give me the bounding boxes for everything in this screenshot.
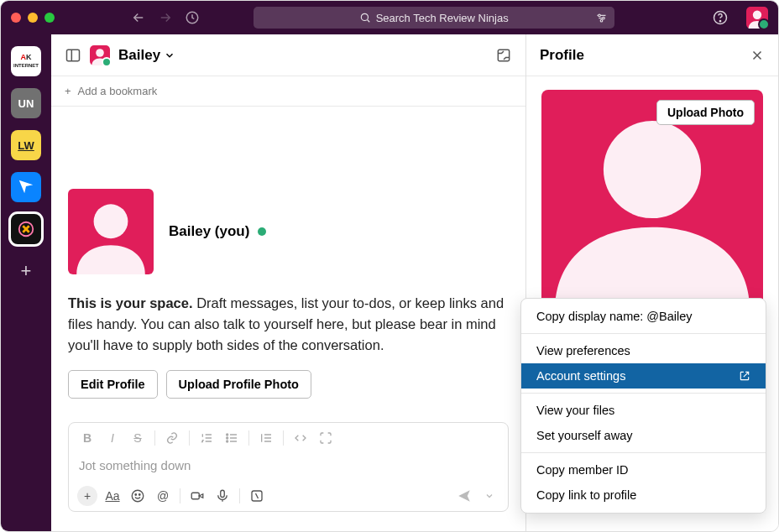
self-space-text: This is your space. Draft messages, list… bbox=[68, 293, 509, 355]
format-toggle-button[interactable]: Aa bbox=[101, 486, 124, 506]
attach-button[interactable]: + bbox=[76, 486, 99, 506]
bullet-list-button[interactable] bbox=[220, 428, 243, 448]
sidebar-toggle-icon[interactable] bbox=[65, 47, 81, 64]
separator bbox=[189, 430, 190, 446]
self-name-row: Bailey (you) bbox=[169, 223, 266, 240]
help-button[interactable] bbox=[709, 7, 731, 29]
menu-account-settings[interactable]: Account settings bbox=[521, 363, 766, 389]
strike-button[interactable]: S bbox=[126, 428, 149, 448]
profile-panel-title: Profile bbox=[540, 47, 584, 64]
minimize-window-button[interactable] bbox=[28, 13, 38, 23]
channel-header: Bailey bbox=[51, 34, 525, 76]
separator bbox=[180, 488, 180, 503]
workspace-item-active[interactable] bbox=[11, 214, 41, 244]
self-avatar bbox=[68, 189, 154, 274]
workspace-rail: AKINTERNET UN LW + bbox=[1, 34, 51, 531]
composer-actions: + Aa @ bbox=[69, 481, 508, 511]
separator bbox=[239, 488, 240, 503]
channel-name-button[interactable]: Bailey bbox=[118, 47, 175, 64]
titlebar: Search Tech Review Ninjas bbox=[1, 1, 778, 34]
menu-separator bbox=[521, 393, 766, 394]
svg-point-16 bbox=[132, 491, 144, 503]
window-controls bbox=[11, 13, 55, 23]
self-profile-row: Bailey (you) bbox=[68, 189, 509, 274]
headphones-icon[interactable] bbox=[495, 47, 512, 64]
link-button[interactable] bbox=[160, 428, 184, 448]
svg-point-2 bbox=[598, 14, 600, 17]
menu-view-preferences[interactable]: View preferences bbox=[521, 338, 766, 363]
history-button[interactable] bbox=[182, 8, 202, 28]
close-panel-button[interactable] bbox=[750, 48, 765, 63]
bold-button[interactable]: B bbox=[76, 428, 99, 448]
svg-point-22 bbox=[604, 121, 701, 218]
app-window: Search Tech Review Ninjas AKINTERNET UN … bbox=[0, 0, 779, 532]
svg-rect-9 bbox=[67, 50, 80, 60]
menu-separator bbox=[521, 333, 766, 334]
shortcut-button[interactable] bbox=[245, 486, 269, 506]
profile-panel-header: Profile bbox=[526, 34, 778, 76]
self-name-label: Bailey (you) bbox=[169, 223, 249, 240]
composer-input[interactable]: Jot something down bbox=[69, 453, 508, 481]
svg-point-15 bbox=[227, 441, 228, 442]
menu-copy-display-name[interactable]: Copy display name: @Bailey bbox=[521, 304, 766, 329]
bookmark-hint-label: Add a bookmark bbox=[78, 85, 158, 97]
separator bbox=[283, 430, 284, 446]
workspace-item[interactable]: AKINTERNET bbox=[11, 46, 41, 76]
send-button[interactable] bbox=[452, 486, 476, 506]
svg-point-18 bbox=[139, 494, 141, 496]
italic-button[interactable]: I bbox=[101, 428, 124, 448]
svg-point-10 bbox=[96, 49, 104, 57]
codeblock-button[interactable] bbox=[314, 428, 337, 448]
svg-point-14 bbox=[227, 437, 228, 439]
svg-point-17 bbox=[135, 494, 137, 496]
svg-point-7 bbox=[753, 11, 761, 19]
code-button[interactable] bbox=[289, 428, 312, 448]
menu-set-away[interactable]: Set yourself away bbox=[521, 423, 766, 448]
workspace-item[interactable]: LW bbox=[11, 130, 41, 160]
search-input[interactable]: Search Tech Review Ninjas bbox=[254, 7, 614, 29]
menu-separator bbox=[521, 452, 766, 453]
svg-rect-20 bbox=[221, 491, 225, 498]
svg-point-4 bbox=[600, 19, 603, 22]
svg-point-12 bbox=[94, 204, 128, 238]
mic-button[interactable] bbox=[211, 486, 234, 506]
center-pane: Bailey + Add a bookmark bbox=[51, 34, 526, 531]
ordered-list-button[interactable] bbox=[195, 428, 218, 448]
close-window-button[interactable] bbox=[11, 13, 21, 23]
workspace-item[interactable]: UN bbox=[11, 88, 41, 118]
search-icon bbox=[359, 12, 371, 23]
maximize-window-button[interactable] bbox=[44, 13, 55, 23]
channel-name-label: Bailey bbox=[118, 47, 160, 64]
back-button[interactable] bbox=[128, 8, 149, 28]
svg-point-1 bbox=[361, 13, 368, 20]
search-placeholder: Search Tech Review Ninjas bbox=[376, 12, 509, 24]
profile-actions: Edit Profile Upload Profile Photo bbox=[68, 370, 509, 399]
upload-profile-photo-button[interactable]: Upload Profile Photo bbox=[166, 370, 311, 399]
channel-avatar bbox=[90, 45, 110, 65]
menu-copy-member-id[interactable]: Copy member ID bbox=[521, 457, 766, 482]
edit-profile-button[interactable]: Edit Profile bbox=[68, 370, 158, 399]
svg-point-6 bbox=[719, 21, 720, 22]
external-link-icon bbox=[739, 370, 750, 382]
add-workspace-button[interactable]: + bbox=[11, 256, 41, 286]
upload-photo-button[interactable]: Upload Photo bbox=[656, 100, 755, 125]
add-bookmark-button[interactable]: + Add a bookmark bbox=[51, 76, 525, 107]
emoji-button[interactable] bbox=[126, 486, 149, 506]
message-pane: Bailey (you) This is your space. Draft m… bbox=[51, 107, 525, 531]
mention-button[interactable]: @ bbox=[151, 486, 175, 506]
format-toolbar: B I S bbox=[69, 423, 508, 453]
send-options-button[interactable] bbox=[478, 486, 501, 506]
svg-point-13 bbox=[227, 434, 228, 436]
workspace-item[interactable] bbox=[11, 172, 41, 202]
profile-context-menu: Copy display name: @Bailey View preferen… bbox=[520, 298, 766, 514]
menu-copy-profile-link[interactable]: Copy link to profile bbox=[521, 482, 766, 508]
user-avatar-button[interactable] bbox=[746, 7, 768, 29]
blockquote-button[interactable] bbox=[254, 428, 278, 448]
menu-view-files[interactable]: View your files bbox=[521, 398, 766, 423]
forward-button[interactable] bbox=[155, 8, 175, 28]
filter-icon[interactable] bbox=[595, 12, 608, 24]
separator bbox=[248, 430, 249, 446]
presence-indicator-icon bbox=[258, 227, 266, 236]
video-button[interactable] bbox=[186, 486, 209, 506]
plus-icon: + bbox=[65, 85, 71, 97]
